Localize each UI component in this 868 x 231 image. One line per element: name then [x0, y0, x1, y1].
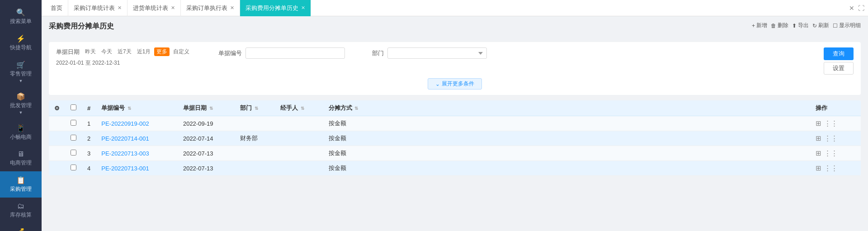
sidebar-item-miniapp[interactable]: 📱 小畅电商	[0, 119, 42, 146]
sidebar-item-shortcut[interactable]: ⚡ 快捷导航	[0, 30, 42, 56]
tab-purchase-order-stat-close[interactable]: ✕	[118, 5, 122, 11]
col-split-method[interactable]: 分摊方式 ⇅	[323, 100, 811, 116]
refresh-button[interactable]: ↻ 刷新	[812, 22, 829, 29]
tab-home[interactable]: 首页	[45, 0, 68, 16]
row-doc-number-0[interactable]: PE-20220919-002	[96, 116, 178, 131]
add-label: 新增	[756, 22, 767, 29]
table-row: 2 PE-20220714-001 2022-07-14 财务部 按金额 ⊞ ⋮…	[49, 131, 861, 146]
row-split-method-2: 按金额	[323, 146, 811, 161]
tab-purchase-cost-history[interactable]: 采购费用分摊单历史 ✕	[240, 0, 311, 16]
tab-purchase-goods-stat-close[interactable]: ✕	[171, 5, 175, 11]
row-select-checkbox-1[interactable]	[71, 135, 76, 141]
row-view-icon-1[interactable]: ⊞	[816, 134, 821, 142]
row-view-icon-0[interactable]: ⊞	[816, 119, 821, 127]
tab-purchase-order-stat[interactable]: 采购订单统计表 ✕	[68, 0, 127, 16]
row-select-checkbox-0[interactable]	[71, 120, 76, 126]
sidebar-item-retail[interactable]: 🛒 零售管理 ▼	[0, 56, 42, 88]
row-checkbox-2[interactable]	[65, 146, 82, 161]
sidebar-item-search[interactable]: 🔍 搜索菜单	[0, 4, 42, 30]
row-view-icon-2[interactable]: ⊞	[816, 149, 821, 157]
page-content-area: 采购费用分摊单历史 + 新增 🗑 删除 ⬆ 导出 ↻ 刷新	[42, 16, 868, 231]
row-checkbox-0[interactable]	[65, 116, 82, 131]
row-settings-2	[49, 146, 65, 161]
col-department-sort: ⇅	[255, 106, 258, 111]
date-1month[interactable]: 近1月	[135, 47, 153, 56]
row-doc-number-link-3[interactable]: PE-20220713-001	[101, 165, 149, 172]
expand-more-row: ⌄ 展开更多条件	[56, 78, 854, 90]
department-select[interactable]: 财务部	[387, 47, 487, 59]
tab-close-all-icon[interactable]: ✕	[849, 5, 854, 12]
export-button[interactable]: ⬆ 导出	[792, 22, 809, 29]
row-select-checkbox-3[interactable]	[71, 165, 76, 170]
tab-purchase-order-exec[interactable]: 采购订单执行表 ✕	[181, 0, 240, 16]
tab-purchase-cost-history-close[interactable]: ✕	[301, 5, 305, 11]
tab-fullscreen-icon[interactable]: ⛶	[858, 5, 864, 12]
data-table: ⚙ # 单据编号 ⇅ 单据日期 ⇅ 部门 ⇅	[49, 100, 861, 176]
tab-purchase-order-stat-label: 采购订单统计表	[74, 4, 115, 12]
row-handler-1	[275, 131, 323, 146]
row-view-icon-3[interactable]: ⊞	[816, 164, 821, 172]
sidebar-item-wholesale[interactable]: 📦 批发管理 ▼	[0, 88, 42, 119]
col-settings[interactable]: ⚙	[49, 100, 65, 116]
row-more-icon-2[interactable]: ⋮⋮	[824, 149, 838, 157]
expand-more-button[interactable]: ⌄ 展开更多条件	[428, 78, 482, 90]
date-7days[interactable]: 近7天	[116, 47, 133, 56]
tab-purchase-goods-stat[interactable]: 进货单统计表 ✕	[127, 0, 181, 16]
row-more-icon-0[interactable]: ⋮⋮	[824, 119, 838, 127]
row-num-2: 3	[82, 146, 96, 161]
row-checkbox-3[interactable]	[65, 161, 82, 176]
row-doc-number-link-0[interactable]: PE-20220919-002	[101, 120, 149, 127]
date-more[interactable]: 更多	[154, 47, 170, 56]
date-custom[interactable]: 自定义	[171, 47, 191, 56]
row-department-3	[235, 161, 275, 176]
sidebar-item-inventory[interactable]: 🗂 库存核算	[0, 198, 42, 223]
row-action-0: ⊞ ⋮⋮	[810, 116, 861, 131]
select-all-checkbox[interactable]	[71, 104, 76, 110]
row-select-checkbox-2[interactable]	[71, 150, 76, 156]
checkbox-icon: ☐	[833, 23, 838, 29]
expand-more-label: 展开更多条件	[442, 80, 474, 88]
setting-button[interactable]: 设置	[824, 62, 854, 75]
date-yesterday[interactable]: 昨天	[83, 47, 98, 56]
row-doc-number-2[interactable]: PE-20220713-003	[96, 146, 178, 161]
col-doc-number[interactable]: 单据编号 ⇅	[96, 100, 178, 116]
query-button[interactable]: 查询	[824, 47, 854, 60]
sidebar-item-finance[interactable]: 💰 资金管理	[0, 223, 42, 231]
row-more-icon-1[interactable]: ⋮⋮	[824, 134, 838, 142]
search-icon: 🔍	[16, 8, 25, 17]
add-button[interactable]: + 新增	[752, 22, 767, 29]
doc-number-input[interactable]	[245, 47, 345, 59]
date-shortcuts: 昨天 今天 近7天 近1月 更多 自定义	[83, 47, 191, 56]
row-more-icon-3[interactable]: ⋮⋮	[824, 164, 838, 172]
show-group-button[interactable]: ☐ 显示明细	[833, 22, 861, 29]
row-checkbox-1[interactable]	[65, 131, 82, 146]
col-department[interactable]: 部门 ⇅	[235, 100, 275, 116]
row-doc-number-link-2[interactable]: PE-20220713-003	[101, 150, 149, 157]
sidebar-label-wholesale: 批发管理	[10, 102, 32, 109]
col-doc-date[interactable]: 单据日期 ⇅	[178, 100, 235, 116]
sidebar-label-ecommerce: 电商管理	[10, 159, 32, 167]
table-row: 4 PE-20220713-001 2022-07-13 按金额 ⊞ ⋮⋮	[49, 161, 861, 176]
date-filter-group: 单据日期 昨天 今天 近7天 近1月 更多 自定义	[56, 47, 191, 56]
delete-button[interactable]: 🗑 删除	[771, 22, 788, 29]
date-range-display: 2022-01-01 至 2022-12-31	[56, 59, 191, 67]
row-action-1: ⊞ ⋮⋮	[810, 131, 861, 146]
row-doc-number-link-1[interactable]: PE-20220714-001	[101, 135, 149, 142]
row-department-0	[235, 116, 275, 131]
row-doc-date-0: 2022-09-19	[178, 116, 235, 131]
sidebar-label-shortcut: 快捷导航	[10, 44, 32, 52]
tab-purchase-order-exec-close[interactable]: ✕	[230, 5, 234, 11]
col-checkbox[interactable]	[65, 100, 82, 116]
date-today[interactable]: 今天	[99, 47, 114, 56]
sidebar: 🔍 搜索菜单 ⚡ 快捷导航 🛒 零售管理 ▼ 📦 批发管理 ▼ 📱 小畅电商 🖥…	[0, 0, 42, 231]
sidebar-item-purchase[interactable]: 📋 采购管理	[0, 171, 42, 198]
col-split-method-sort: ⇅	[354, 106, 358, 111]
sidebar-item-ecommerce[interactable]: 🖥 电商管理	[0, 146, 42, 171]
row-doc-number-1[interactable]: PE-20220714-001	[96, 131, 178, 146]
col-doc-number-sort: ⇅	[127, 106, 131, 111]
col-handler[interactable]: 经手人 ⇅	[275, 100, 323, 116]
row-department-2	[235, 146, 275, 161]
doc-number-label: 单据编号	[218, 49, 242, 57]
row-doc-number-3[interactable]: PE-20220713-001	[96, 161, 178, 176]
tab-home-label: 首页	[51, 4, 62, 12]
